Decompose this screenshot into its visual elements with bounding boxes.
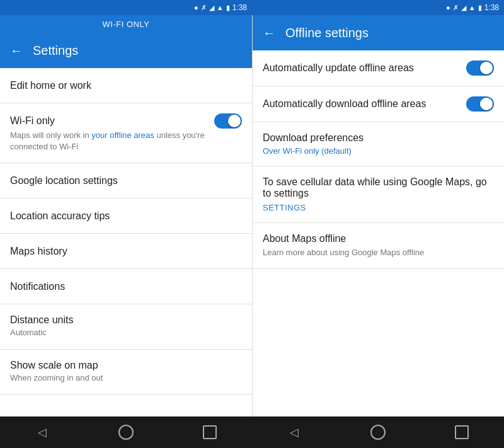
bottom-nav-left <box>0 416 252 448</box>
bluetooth-icon: ✗ <box>201 4 207 12</box>
settings-item-maps-history[interactable]: Maps history <box>0 234 252 269</box>
location-icon: ● <box>194 4 198 11</box>
bottom-nav <box>0 416 504 448</box>
settings-item-edit-home[interactable]: Edit home or work <box>0 68 252 103</box>
status-time-right: 1:38 <box>484 3 499 12</box>
panels: WI-FI ONLY ← Settings Edit home or work … <box>0 15 504 416</box>
wifi-only-toggle[interactable] <box>214 113 242 129</box>
settings-item-show-scale[interactable]: Show scale on map When zooming in and ou… <box>0 350 252 394</box>
show-scale-subtitle: When zooming in and out <box>10 372 242 384</box>
back-arrow-icon[interactable]: ← <box>10 43 23 58</box>
offline-header: ← Offline settings <box>253 15 504 50</box>
nav-back-left[interactable] <box>27 417 57 447</box>
about-offline-desc: Learn more about using Google Maps offli… <box>263 247 494 258</box>
offline-title: Offline settings <box>285 26 369 40</box>
download-prefs-title: Download preferences <box>263 132 494 144</box>
nav-home-left[interactable] <box>111 417 141 447</box>
battery-icon-r: ▮ <box>478 4 482 12</box>
offline-back-icon[interactable]: ← <box>263 26 275 40</box>
wifi-icon: ◢ <box>209 4 214 12</box>
settings-list: Edit home or work Wi-Fi only Maps will o… <box>0 68 252 416</box>
bluetooth-icon-r: ✗ <box>453 4 459 12</box>
offline-item-auto-update[interactable]: Automatically update offline areas <box>253 50 504 86</box>
offline-list: Automatically update offline areas Autom… <box>253 50 504 416</box>
wifi-only-subtitle: Maps will only work in your offline area… <box>10 130 242 152</box>
distance-units-subtitle: Automatic <box>10 327 242 338</box>
nav-recents-right[interactable] <box>447 417 477 447</box>
offline-item-cellular: To save cellular data while using Google… <box>253 166 504 223</box>
auto-update-toggle[interactable] <box>466 60 494 76</box>
bottom-nav-right <box>252 416 504 448</box>
edit-home-title: Edit home or work <box>10 80 91 91</box>
settings-item-wifi-only[interactable]: Wi-Fi only Maps will only work in your o… <box>0 103 252 163</box>
about-offline-title: About Maps offline <box>263 233 494 244</box>
offline-item-download-prefs[interactable]: Download preferences Over Wi-Fi only (de… <box>253 122 504 166</box>
wifi-icon-r: ◢ <box>461 4 466 12</box>
show-scale-title: Show scale on map <box>10 360 98 371</box>
wifi-only-banner-text: WI-FI ONLY <box>103 20 150 29</box>
settings-item-google-location[interactable]: Google location settings <box>0 163 252 198</box>
right-panel: ← Offline settings Automatically update … <box>252 15 504 416</box>
nav-home-right[interactable] <box>363 417 393 447</box>
auto-update-title: Automatically update offline areas <box>263 62 466 74</box>
cellular-settings-link[interactable]: SETTINGS <box>263 203 494 212</box>
offline-item-about[interactable]: About Maps offline Learn more about usin… <box>253 223 504 269</box>
status-bar-left: ● ✗ ◢ ▲ ▮ 1:38 <box>0 0 252 15</box>
nav-recents-left[interactable] <box>195 417 225 447</box>
nav-back-right[interactable] <box>279 417 309 447</box>
left-panel: WI-FI ONLY ← Settings Edit home or work … <box>0 15 252 416</box>
settings-item-notifications[interactable]: Notifications <box>0 269 252 304</box>
offline-item-auto-download[interactable]: Automatically download offline areas <box>253 86 504 122</box>
offline-areas-link[interactable]: your offline areas <box>91 130 154 140</box>
auto-download-toggle[interactable] <box>466 96 494 112</box>
settings-item-location-accuracy[interactable]: Location accuracy tips <box>0 198 252 234</box>
wifi-only-title: Wi-Fi only <box>10 115 55 127</box>
settings-header: ← Settings <box>0 33 252 68</box>
distance-units-title: Distance units <box>10 314 74 326</box>
maps-history-title: Maps history <box>10 246 67 257</box>
auto-download-title: Automatically download offline areas <box>263 98 466 110</box>
google-location-title: Google location settings <box>10 175 118 187</box>
status-bar-right: ● ✗ ◢ ▲ ▮ 1:38 <box>252 0 504 15</box>
settings-title: Settings <box>33 43 78 58</box>
location-icon-r: ● <box>446 4 450 11</box>
battery-icon: ▮ <box>226 4 230 12</box>
notifications-title: Notifications <box>10 281 65 292</box>
wifi-only-banner: WI-FI ONLY <box>0 15 252 33</box>
location-accuracy-title: Location accuracy tips <box>10 210 110 222</box>
download-prefs-subtitle: Over Wi-Fi only (default) <box>263 146 494 156</box>
status-bar: ● ✗ ◢ ▲ ▮ 1:38 ● ✗ ◢ ▲ ▮ 1:38 <box>0 0 504 15</box>
signal-icon: ▲ <box>217 4 224 11</box>
status-time-left: 1:38 <box>232 3 247 12</box>
signal-icon-r: ▲ <box>469 4 476 11</box>
cellular-title: To save cellular data while using Google… <box>263 176 494 199</box>
settings-item-distance-units[interactable]: Distance units Automatic <box>0 304 252 349</box>
